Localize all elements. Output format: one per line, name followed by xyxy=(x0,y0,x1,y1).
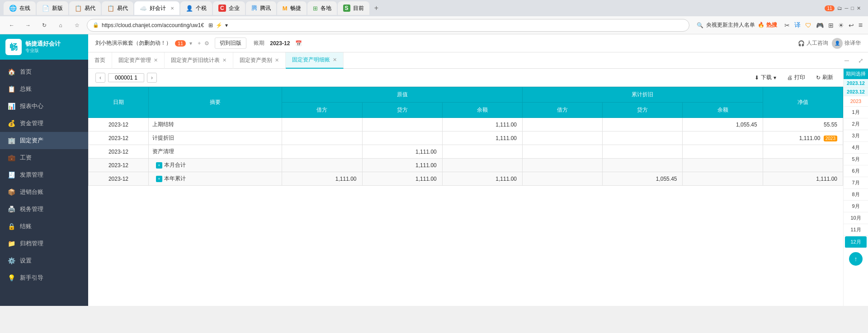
tab-depreciation-stats[interactable]: 固定资产折旧统计表 ✕ xyxy=(165,52,233,69)
calendar-icon[interactable]: 📅 xyxy=(295,40,302,47)
lightning-icon[interactable]: ⚡ xyxy=(216,22,222,28)
sidebar-item-invoice[interactable]: 🧾 发票管理 xyxy=(0,166,88,183)
bookmark-button[interactable]: ☆ xyxy=(71,19,83,32)
sidebar-item-closing[interactable]: 🔒 结账 xyxy=(0,218,88,235)
period-month-3[interactable]: 3月 xyxy=(844,130,868,142)
period-year-2023[interactable]: 2023 xyxy=(844,96,868,107)
back-button[interactable]: ← xyxy=(5,19,18,32)
row0-accum-balance: 1,055.45 xyxy=(683,118,763,131)
forward-button[interactable]: → xyxy=(22,19,34,32)
menu-icon[interactable]: ≡ xyxy=(859,21,863,29)
period-selected-start[interactable]: 2023.12 xyxy=(844,79,868,88)
translate-icon[interactable]: 译 xyxy=(794,21,801,29)
history-icon[interactable]: ↩ xyxy=(849,22,854,29)
browser-tab-yidai2[interactable]: 📋 易代 xyxy=(102,1,133,15)
tab-fixed-assets-mgmt-close[interactable]: ✕ xyxy=(154,57,158,63)
settings-account-icon[interactable]: ⚙ xyxy=(204,40,209,47)
scroll-up-btn[interactable]: ↑ xyxy=(849,252,863,266)
tab-asset-ledger[interactable]: 固定资产明细账 ✕ xyxy=(286,52,344,69)
service-button[interactable]: 🎧 人工咨询 xyxy=(798,39,828,47)
tab-home[interactable]: 首页 xyxy=(88,52,112,69)
period-month-11[interactable]: 11月 xyxy=(844,224,868,236)
tab-fixed-assets-mgmt[interactable]: 固定资产管理 ✕ xyxy=(112,52,165,69)
home-button[interactable]: ⌂ xyxy=(54,19,67,32)
row2-accum-balance xyxy=(683,145,763,159)
period-month-10[interactable]: 10月 xyxy=(844,212,868,224)
tab-depreciation-stats-label: 固定资产折旧统计表 xyxy=(171,56,220,64)
scissors-icon[interactable]: ✂ xyxy=(784,22,790,29)
close-window-icon[interactable]: ✕ xyxy=(857,5,861,11)
sidebar-item-purchase-sales[interactable]: 📦 进销台账 xyxy=(0,183,88,201)
row0-orig-credit xyxy=(362,118,442,131)
table-row: 2023-12 上期结转 1,111.00 1,055.45 55.55 xyxy=(89,118,843,131)
search-area[interactable]: 🔍 央视更新主持人名单 🔥 热搜 xyxy=(693,21,780,29)
tab-asset-ledger-close[interactable]: ✕ xyxy=(333,57,337,63)
dropdown-icon[interactable]: ▾ xyxy=(225,22,228,28)
refresh-button-toolbar[interactable]: ↻ 刷新 xyxy=(813,72,836,83)
tab-depreciation-stats-close[interactable]: ✕ xyxy=(222,57,226,63)
sidebar-item-settings[interactable]: ⚙️ 设置 xyxy=(0,252,88,269)
period-month-5[interactable]: 5月 xyxy=(844,154,868,165)
period-month-8[interactable]: 8月 xyxy=(844,189,868,201)
browser-tab-haokuaiji[interactable]: ☁️ 好会计 ✕ xyxy=(134,1,179,15)
sidebar-item-funds[interactable]: 💰 资金管理 xyxy=(0,115,88,132)
restore-window-icon[interactable]: 🗂 xyxy=(837,5,842,11)
browser-tab-muqian[interactable]: S 目前 xyxy=(338,1,369,15)
tab-minimize-button[interactable]: ─ xyxy=(840,57,854,64)
logo-text: 畅捷通好会计 xyxy=(25,40,61,48)
site-info-icon[interactable]: ⊞ xyxy=(208,22,213,28)
period-month-12[interactable]: 12月 xyxy=(845,236,867,248)
period-selected-end[interactable]: 2023.12 xyxy=(844,88,868,96)
tab-asset-category-close[interactable]: ✕ xyxy=(275,57,279,63)
sidebar-item-fixed-assets[interactable]: 🏢 固定资产 xyxy=(0,132,88,149)
switch-version-button[interactable]: 切到旧版 xyxy=(215,38,246,49)
row4-date: 2023-12 xyxy=(89,172,149,186)
game-icon[interactable]: 🎮 xyxy=(816,22,824,29)
tab-expand-button[interactable]: ⤢ xyxy=(854,57,868,64)
tab-close-haokuaiji[interactable]: ✕ xyxy=(170,6,174,11)
sidebar-item-tax[interactable]: 🖨️ 税务管理 xyxy=(0,201,88,218)
tab-asset-category[interactable]: 固定资产类别 ✕ xyxy=(233,52,286,69)
row4-accum-debit xyxy=(523,172,603,186)
period-month-4[interactable]: 4月 xyxy=(844,142,868,154)
print-button[interactable]: 🖨 打印 xyxy=(784,72,808,83)
sidebar-item-reports[interactable]: 📊 报表中心 xyxy=(0,98,88,115)
browser-tab-geshui[interactable]: 👤 个税 xyxy=(180,1,212,15)
period-month-6[interactable]: 6月 xyxy=(844,165,868,177)
refresh-label: 刷新 xyxy=(822,74,833,81)
period-month-7[interactable]: 7月 xyxy=(844,177,868,189)
sub-header-original-debit: 借方 xyxy=(282,103,362,118)
period-month-1[interactable]: 1月 xyxy=(844,107,868,118)
download-button[interactable]: ⬇ 下载 ▾ xyxy=(752,72,779,83)
browser-tab-new[interactable]: 📄 新版 xyxy=(37,1,68,15)
dropdown-arrow[interactable]: ▾ xyxy=(189,40,192,47)
download-dropdown-icon[interactable]: ▾ xyxy=(774,75,776,81)
minimize-icon[interactable]: ─ xyxy=(845,5,849,11)
maximize-icon[interactable]: □ xyxy=(851,5,854,11)
search-icon: 🔍 xyxy=(697,22,703,28)
address-bar[interactable]: 🔒 https://cloud.chanjet.com/accounting/u… xyxy=(87,19,689,32)
row3-accum-balance xyxy=(683,159,763,172)
next-page-button[interactable]: › xyxy=(147,73,157,83)
period-value: 2023-12 xyxy=(270,40,290,47)
sidebar-item-payroll[interactable]: 💼 工资 xyxy=(0,149,88,166)
refresh-button[interactable]: ↻ xyxy=(38,19,51,32)
sidebar-item-home[interactable]: 🏠 首页 xyxy=(0,63,88,80)
brightness-icon[interactable]: ☀ xyxy=(838,22,844,29)
period-month-2[interactable]: 2月 xyxy=(844,118,868,130)
browser-tab-online[interactable]: 🌐 在线 xyxy=(4,1,36,15)
prev-page-button[interactable]: ‹ xyxy=(95,73,105,83)
browser-tab-qiye[interactable]: C 企业 xyxy=(213,1,245,15)
new-tab-button[interactable]: + xyxy=(370,2,383,14)
grid-icon[interactable]: ⊞ xyxy=(828,22,834,29)
browser-tab-gedi[interactable]: ⊞ 各地 xyxy=(307,1,337,15)
sidebar-item-archive[interactable]: 📁 归档管理 xyxy=(0,235,88,252)
shield-icon[interactable]: 🛡 xyxy=(805,22,811,29)
sidebar-item-ledger[interactable]: 📋 总账 xyxy=(0,80,88,98)
browser-tab-yidai1[interactable]: 📋 易代 xyxy=(69,1,101,15)
period-month-9[interactable]: 9月 xyxy=(844,201,868,212)
add-account-icon[interactable]: + xyxy=(198,40,201,47)
sidebar-item-guide[interactable]: 💡 新手引导 xyxy=(0,269,88,286)
browser-tab-tengxun[interactable]: 腾 腾讯 xyxy=(246,1,276,15)
browser-tab-changjie[interactable]: M 畅捷 xyxy=(277,1,307,15)
